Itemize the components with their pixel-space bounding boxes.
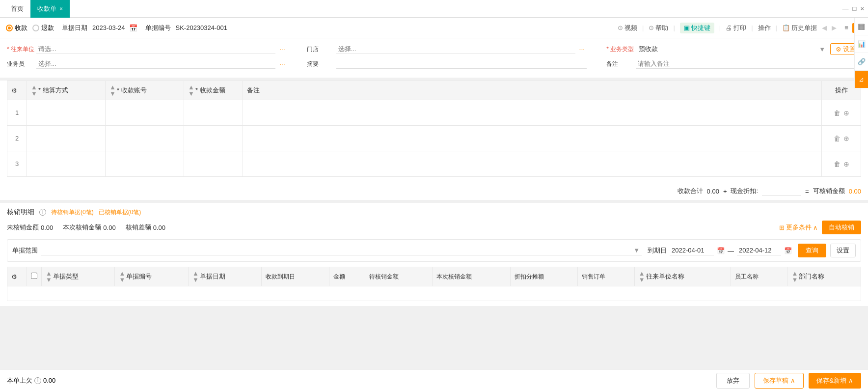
date-to-input[interactable]	[737, 246, 781, 255]
tab-receipt[interactable]: 收款单 ×	[30, 0, 70, 18]
more-conditions-link[interactable]: ⊞ 更多条件 ∧	[779, 223, 818, 232]
row-3-account[interactable]	[106, 151, 184, 177]
toolbar: 收款 退款 单据日期 2023-03-24 📅 单据编号 SK-20230324…	[0, 18, 868, 38]
total-label: 收款合计	[678, 187, 703, 196]
row-1-copy-icon[interactable]: ⊕	[843, 109, 849, 117]
this-order-info-icon[interactable]: i	[34, 377, 41, 384]
sidebar-chart-icon[interactable]: 📊	[855, 35, 868, 53]
calendar-icon[interactable]: 📅	[129, 24, 137, 32]
tab-home[interactable]: 首页	[4, 0, 30, 18]
save-new-btn[interactable]: 保存&新增 ∧	[809, 373, 861, 389]
pending-tab[interactable]: 待核销单据(0笔)	[51, 208, 94, 217]
row-2-actions: 🗑 ⊕	[822, 126, 861, 151]
shortcut-btn[interactable]: ▣ 快捷键	[680, 23, 714, 33]
operation-btn[interactable]: 操作	[758, 24, 771, 32]
draft-chevron-icon: ∧	[790, 377, 795, 384]
receipt-label: 收款	[15, 24, 27, 32]
doc-no-header: ▲▼ 单据编号	[115, 267, 188, 286]
refund-radio[interactable]: 退款	[32, 24, 54, 32]
row-1-account[interactable]	[106, 100, 184, 126]
doc-range-field: 单据范围 ▼	[12, 246, 642, 255]
pending-amount-header: 待核销金额	[365, 267, 432, 286]
counterparty-header: ▲▼ 往来单位名称	[634, 267, 731, 286]
row-3-actions: 🗑 ⊕	[822, 151, 861, 177]
row-3-settlement[interactable]	[27, 151, 106, 177]
current-value: 0.00	[103, 224, 115, 231]
gear-header[interactable]: ⚙	[7, 81, 27, 100]
sidebar-expand-icon[interactable]: ⊿	[855, 71, 868, 88]
sales-order-header: 销售订单	[577, 267, 634, 286]
bottom-table-container: ⚙ ▲▼ 单据类型 ▲▼ 单据编号	[7, 267, 861, 301]
list-view-icon[interactable]: ≡	[841, 23, 851, 33]
row-1-settlement[interactable]	[27, 100, 106, 126]
minimize-icon[interactable]: —	[842, 5, 849, 12]
row-1-amount[interactable]	[184, 100, 243, 126]
receipt-radio[interactable]: 收款	[6, 24, 27, 32]
date-from-input[interactable]	[670, 246, 714, 255]
row-3-copy-icon[interactable]: ⊕	[843, 160, 849, 168]
counterparty-more-icon[interactable]: ···	[277, 45, 287, 53]
row-2-settlement[interactable]	[27, 126, 106, 151]
store-input[interactable]	[336, 44, 575, 54]
sales-rep-more-icon[interactable]: ···	[277, 60, 287, 68]
row-2-delete-icon[interactable]: 🗑	[834, 135, 841, 142]
row-2-notes[interactable]	[243, 126, 822, 151]
video-btn[interactable]: ⊙ 视频	[618, 24, 637, 32]
row-2-account[interactable]	[106, 126, 184, 151]
close-icon[interactable]: ×	[860, 5, 864, 12]
auto-writeoff-btn[interactable]: 自动核销	[822, 221, 861, 234]
refund-radio-circle	[32, 25, 39, 31]
doc-range-label: 单据范围	[12, 246, 38, 255]
diff-label: 核销差额	[126, 223, 151, 232]
store-more-icon[interactable]: ···	[577, 45, 587, 53]
summary-field: 摘要	[307, 59, 587, 69]
bottom-gear-header[interactable]: ⚙	[7, 267, 27, 286]
done-tab[interactable]: 已核销单据(0笔)	[99, 208, 141, 217]
summary-input[interactable]	[336, 59, 587, 69]
filter-row-right: ⊞ 更多条件 ∧ 自动核销	[779, 221, 861, 234]
sales-rep-field: 业务员 ···	[7, 59, 287, 69]
bottom-gear-icon[interactable]: ⚙	[11, 273, 17, 280]
row-3-amount[interactable]	[184, 151, 243, 177]
discount-label: 现金折扣:	[731, 187, 758, 196]
business-type-value: 预收款	[639, 45, 819, 54]
notes-label: 备注	[606, 60, 636, 68]
date-to-icon[interactable]: 📅	[784, 247, 792, 254]
row-3-notes[interactable]	[243, 151, 822, 177]
row-2-amount[interactable]	[184, 126, 243, 151]
discount-input[interactable]	[762, 186, 801, 196]
counterparty-input[interactable]	[36, 44, 275, 54]
amount-header: ▲▼ * 收款金额	[184, 81, 243, 100]
business-type-chevron[interactable]: ▼	[819, 46, 825, 53]
date-from-icon[interactable]: 📅	[717, 247, 725, 254]
writeoff-settings-btn[interactable]: 设置	[830, 244, 856, 257]
maximize-icon[interactable]: □	[853, 5, 857, 12]
bottom-checkbox-header[interactable]	[27, 267, 42, 286]
abandon-btn[interactable]: 放弃	[716, 373, 750, 389]
select-all-checkbox[interactable]	[31, 273, 37, 279]
row-1-notes[interactable]	[243, 100, 822, 126]
query-buttons: 查询 设置	[798, 244, 856, 257]
tab-close-icon[interactable]: ×	[59, 0, 63, 18]
row-1-actions: 🗑 ⊕	[822, 100, 861, 126]
table-gear-icon[interactable]: ⚙	[11, 87, 17, 94]
doc-date-value: 2023-03-24	[92, 24, 125, 31]
sales-rep-input[interactable]	[36, 59, 275, 69]
print-btn[interactable]: 🖨 打印	[726, 24, 746, 32]
row-3-num: 3	[7, 151, 27, 177]
draft-btn[interactable]: 保存草稿 ∧	[755, 373, 804, 389]
form-row-2: 业务员 ··· 摘要 备注	[7, 59, 861, 69]
doc-range-select[interactable]: ▼	[41, 246, 642, 255]
row-2-copy-icon[interactable]: ⊕	[843, 135, 849, 142]
row-3-delete-icon[interactable]: 🗑	[834, 160, 841, 168]
query-btn[interactable]: 查询	[798, 244, 826, 257]
writeoff-info-icon[interactable]: i	[39, 209, 46, 216]
help-btn[interactable]: ⊙ 帮助	[649, 24, 668, 32]
window-controls: — □ ×	[842, 5, 864, 12]
sidebar-link-icon[interactable]: 🔗	[855, 53, 868, 71]
row-1-delete-icon[interactable]: 🗑	[834, 109, 841, 117]
sidebar-table-icon[interactable]: ▦	[855, 18, 868, 35]
notes-input[interactable]	[636, 59, 861, 69]
history-btn[interactable]: 📋 历史单据	[782, 24, 817, 32]
receipt-radio-circle	[6, 25, 13, 31]
